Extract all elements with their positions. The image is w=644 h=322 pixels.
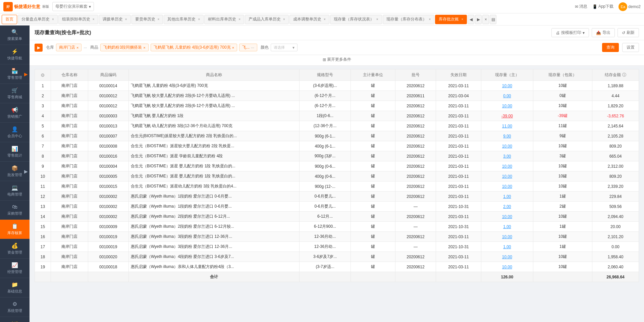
cell-qty-main[interactable]: 10.00	[481, 101, 533, 111]
tab-menu-btn[interactable]: ▤	[490, 15, 496, 24]
cell-qty-main[interactable]: 3.00	[481, 151, 533, 161]
tab-fenpan-label: 分量盘点单历史	[21, 16, 50, 22]
avatar-label: Ea	[621, 5, 625, 9]
sidebar-item-retail-mgmt[interactable]: 🏪 零售管理 ▶	[0, 64, 30, 84]
sidebar-item-corp-collab[interactable]: 🤝 企业协同	[0, 317, 30, 322]
color-input[interactable]: 请选择 ▾	[271, 44, 298, 51]
close-icon[interactable]: ×	[93, 17, 95, 21]
message-btn[interactable]: ✉ 消息	[575, 4, 587, 9]
close-icon[interactable]: ×	[52, 17, 54, 21]
sidebar-item-finance[interactable]: 💰 资金管理	[0, 239, 30, 259]
export-btn[interactable]: 📤 导出	[592, 28, 615, 37]
cell-qty-main[interactable]: 0.00	[481, 91, 533, 101]
close-icon[interactable]: ×	[461, 17, 463, 21]
tab-diaopo[interactable]: 调拨单历史 ×	[99, 15, 131, 24]
tab-yaohuo[interactable]: 要货单历史 ×	[131, 15, 163, 24]
tab-chengben[interactable]: 成本调整单历史 ×	[289, 15, 329, 24]
tab-close-btn[interactable]: ×	[482, 15, 489, 24]
tab-kucun-pici[interactable]: 库存批次账 ×	[435, 15, 467, 24]
sidebar-item-operations[interactable]: 📈 经营管理	[0, 259, 30, 278]
message-icon: ✉	[575, 4, 578, 9]
sidebar-item-retail-mall[interactable]: 🛒 零售商城	[0, 84, 30, 103]
cell-batch: 20200612	[395, 232, 436, 242]
cell-qty-main[interactable]: 1.00	[481, 192, 533, 202]
cell-name: 惠氏启蒙（Wyeth illuma）3段奶粉 爱尔兰进口 12-36月...	[128, 242, 299, 252]
sidebar-item-retail-stats[interactable]: 📊 零售统计	[0, 142, 30, 162]
sidebar-item-marketing[interactable]: 📢 营销推广	[0, 103, 30, 123]
warehouse-tag[interactable]: 南岸门店 ×	[56, 44, 82, 51]
query-btn[interactable]: 查询	[602, 43, 619, 52]
tab-fenpan[interactable]: 分量盘点单历史 ×	[18, 15, 58, 24]
close-icon[interactable]: ×	[324, 17, 326, 21]
cell-qty-pkg: 10罐	[533, 212, 592, 222]
sidebar-item-ecommerce[interactable]: 💻 电商管理	[0, 181, 30, 201]
tab-prev-btn[interactable]: ◀	[468, 15, 474, 24]
warehouse-more-icon[interactable]: ···	[84, 45, 87, 50]
close-icon[interactable]: ×	[283, 17, 285, 21]
close-icon[interactable]: ×	[158, 17, 160, 21]
goods-tag3[interactable]: 飞... ···	[239, 44, 257, 51]
sidebar-item-quick[interactable]: ⚡ 快捷导航	[0, 45, 30, 64]
sidebar-item-system[interactable]: ⚙ 系统管理	[0, 298, 30, 317]
sidebar-item-wholesale[interactable]: 📦 批发管理 ▶	[0, 162, 30, 181]
cell-qty-main[interactable]: 11.00	[481, 121, 533, 131]
tab-cailiao[interactable]: 材料出库单历史 ×	[204, 15, 244, 24]
top-bar: 好 畅捷通好生意 标版 母婴行业演示账套 ▾ ✉ 消息 📱 App下载 Ea d…	[0, 0, 644, 13]
tab-zuchai[interactable]: 组装拆卸单历史 ×	[58, 15, 98, 24]
expand-filter-btn[interactable]: ▶	[35, 44, 43, 52]
close-icon[interactable]: ×	[376, 17, 378, 21]
refresh-btn[interactable]: ↺ 刷新	[618, 28, 639, 37]
settings-col-icon[interactable]: ⚙	[41, 72, 45, 78]
app-download-btn[interactable]: 📱 App下载	[592, 4, 613, 9]
tab-qitachu[interactable]: 其他出库单历史 ×	[164, 15, 204, 24]
tab-diaopo-label: 调拨单历史	[103, 16, 123, 22]
settings-btn[interactable]: 设置	[622, 43, 639, 52]
tab-xiancun2[interactable]: 现存量（库存分布表） ×	[383, 15, 435, 24]
cell-batch: 20200612	[395, 192, 436, 202]
user-avatar-btn[interactable]: Ea demo2	[619, 2, 641, 11]
cell-qty-main[interactable]: 10.00	[481, 161, 533, 171]
sidebar-item-purchase[interactable]: 🛍 采购管理	[0, 201, 30, 220]
goods-more-icon[interactable]: ···	[251, 45, 254, 50]
cell-qty-main[interactable]: 10.00	[481, 232, 533, 242]
goods-tag2-close-icon[interactable]: ×	[232, 46, 234, 50]
tab-xiancun1[interactable]: 现存量（库存状况表） ×	[330, 15, 382, 24]
sidebar-item-search[interactable]: 🔍 搜索菜单	[0, 25, 30, 45]
sidebar-item-basic-info[interactable]: 📁 基础信息	[0, 278, 30, 298]
footer-empty5	[351, 272, 395, 282]
sidebar-member-label: 会员中心	[2, 133, 28, 139]
cell-qty-main[interactable]: 10.00	[481, 171, 533, 181]
close-icon[interactable]: ×	[125, 17, 127, 21]
cell-qty-main[interactable]: 1.00	[481, 242, 533, 252]
tab-home[interactable]: 首页	[2, 15, 17, 24]
close-icon[interactable]: ×	[429, 17, 431, 21]
close-icon[interactable]: ×	[198, 17, 200, 21]
cell-qty-main[interactable]: 1.00	[481, 222, 533, 232]
sidebar-item-inventory[interactable]: 📋 库存核算	[0, 220, 30, 239]
cell-spec: 900g (6-1...	[299, 131, 351, 141]
org-selector[interactable]: 母婴行业演示账套 ▾	[52, 2, 94, 11]
cell-qty-main[interactable]: 10.00	[481, 212, 533, 222]
cell-qty-main[interactable]: 10.00	[481, 141, 533, 151]
expand-conditions-btn[interactable]: ⊞ 展开更多条件	[320, 56, 354, 63]
goods-tag1-close-icon[interactable]: ×	[143, 46, 145, 50]
tab-yaohuo-label: 要货单历史	[135, 16, 155, 22]
color-placeholder: 请选择	[274, 45, 285, 50]
goods-tag1[interactable]: 飞鹤奶粉3段同捆搭装 ×	[100, 44, 148, 51]
cell-qty-main[interactable]: 10.00	[481, 181, 533, 192]
warehouse-close-icon[interactable]: ×	[76, 46, 78, 50]
cell-qty-main[interactable]: 10.00	[481, 252, 533, 262]
cell-amount: 229.84	[592, 192, 639, 202]
close-icon[interactable]: ×	[238, 17, 240, 21]
tab-chengpin[interactable]: 产成品入库单历史 ×	[245, 15, 289, 24]
cell-qty-main[interactable]: 10.00	[481, 262, 533, 272]
cell-qty-main[interactable]: 2.00	[481, 202, 533, 212]
sidebar-item-member[interactable]: 👤 会员中心	[0, 123, 30, 142]
cell-qty-main[interactable]: 10.00	[481, 81, 533, 91]
col-qty-main: 现存量（主）	[481, 69, 533, 81]
goods-tag2[interactable]: 飞鹤星飞帆 儿童奶粉 4段(3-6岁适用) 700克 ×	[151, 44, 237, 51]
cell-qty-main[interactable]: 9.00	[481, 131, 533, 141]
tab-next-btn[interactable]: ▶	[475, 15, 482, 24]
print-btn[interactable]: 🖨 按模板打印 ▾	[551, 28, 589, 37]
cell-qty-main[interactable]: -39.00	[481, 111, 533, 121]
